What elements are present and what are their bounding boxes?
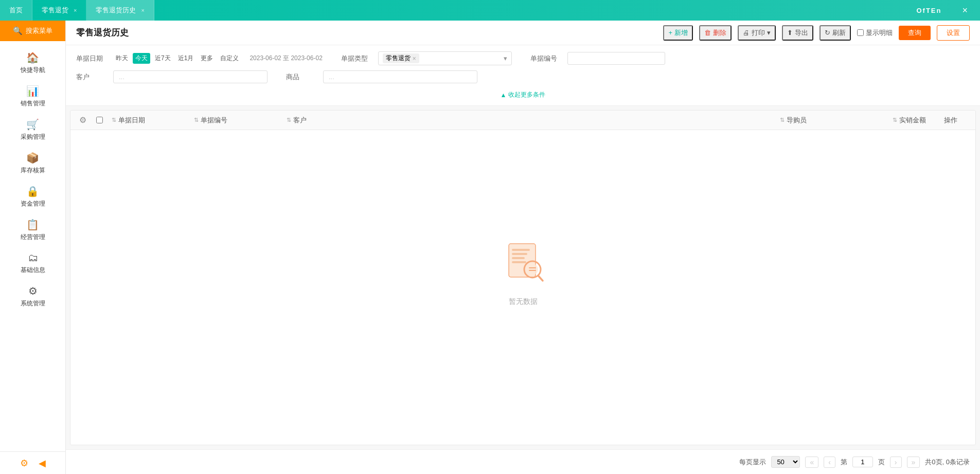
prev-page-button[interactable]: ‹ [824, 457, 835, 468]
print-arrow-icon: ▾ [767, 29, 771, 37]
sidebar-item-operations-label: 经营管理 [21, 233, 45, 242]
show-detail-checkbox[interactable] [857, 29, 864, 36]
tab-home[interactable]: 首页 [0, 0, 32, 21]
quick-nav-icon: 🏠 [26, 51, 39, 64]
settings-bottom-icon[interactable]: ⚙ [20, 458, 28, 469]
number-filter-input[interactable] [567, 52, 665, 65]
tab-home-label: 首页 [9, 6, 23, 15]
sidebar-item-inventory[interactable]: 📦 库存核算 [0, 145, 65, 179]
svg-line-7 [538, 276, 543, 281]
query-button[interactable]: 查询 [899, 26, 931, 40]
th-action-label: 操作 [944, 116, 957, 125]
tab-retail-return[interactable]: 零售退货 × [32, 0, 86, 21]
page-actions: + 新增 🗑 删除 🖨 打印 ▾ ⬆ 导出 ↻ 刷新 [663, 25, 970, 41]
th-amount: ⇅ 实销金额 [858, 116, 930, 125]
sidebar: 🔍 搜索菜单 🏠 快捷导航 📊 销售管理 🛒 采购管理 📦 库存核算 🔒 [0, 21, 66, 474]
table-select-all-checkbox[interactable] [91, 117, 108, 123]
type-filter-tag: 零售退货 × [383, 53, 419, 63]
customer-filter-input[interactable]: ... [113, 70, 268, 83]
sidebar-item-purchase-label: 采购管理 [21, 133, 45, 141]
sidebar-menu: 🏠 快捷导航 📊 销售管理 🛒 采购管理 📦 库存核算 🔒 资金管理 📋 [0, 41, 65, 451]
window-close-button[interactable]: × [958, 5, 972, 16]
show-detail-checkbox-label[interactable]: 显示明细 [857, 28, 893, 38]
sidebar-item-quick-nav[interactable]: 🏠 快捷导航 [0, 45, 65, 79]
filter-row-2: 客户 ... 商品 ... [76, 70, 970, 83]
inventory-icon: 📦 [26, 152, 39, 164]
goods-placeholder: ... [329, 73, 334, 81]
type-select-arrow-icon: ▾ [504, 54, 507, 62]
tab-bar: 首页 零售退货 × 零售退货历史 × [0, 0, 906, 21]
export-button[interactable]: ⬆ 导出 [782, 25, 813, 41]
goods-filter-input[interactable]: ... [323, 70, 477, 83]
sort-guide-icon[interactable]: ⇅ [780, 117, 785, 123]
search-icon: 🔍 [13, 26, 23, 35]
sidebar-item-sales-mgmt[interactable]: 📊 销售管理 [0, 79, 65, 112]
sidebar-item-quick-nav-label: 快捷导航 [21, 66, 45, 75]
date-btn-1month[interactable]: 近1月 [175, 53, 197, 64]
empty-state: 暂无数据 [70, 130, 975, 445]
table-header: ⚙ ⇅ 单据日期 ⇅ 单据编号 ⇅ 客户 ⇅ 导购员 [70, 111, 975, 130]
type-tag-remove[interactable]: × [413, 55, 416, 62]
th-number-label: 单据编号 [201, 116, 227, 125]
page-size-label: 每页显示 [739, 458, 766, 467]
delete-button[interactable]: 🗑 删除 [699, 25, 732, 41]
select-all-input[interactable] [96, 117, 103, 123]
sidebar-item-finance[interactable]: 🔒 资金管理 [0, 179, 65, 212]
sidebar-item-operations[interactable]: 📋 经营管理 [0, 212, 65, 246]
new-button[interactable]: + 新增 [663, 25, 693, 41]
sort-number-icon[interactable]: ⇅ [194, 117, 199, 123]
export-icon: ⬆ [787, 29, 793, 37]
sort-customer-icon[interactable]: ⇅ [287, 117, 291, 123]
type-filter-label: 单据类型 [341, 54, 370, 63]
pagination-area: 每页显示 50 100 200 « ‹ 第 页 › » 共0页, 0条记录 [66, 449, 980, 474]
basic-info-icon: 🗂 [28, 252, 38, 264]
page-header: 零售退货历史 + 新增 🗑 删除 🖨 打印 ▾ ⬆ 导出 [66, 21, 980, 45]
new-icon: + [668, 29, 672, 37]
collapse-sidebar-icon[interactable]: ◀ [39, 458, 46, 469]
tab-retail-return-history[interactable]: 零售退货历史 × [86, 0, 154, 21]
settings-button[interactable]: 设置 [937, 25, 970, 41]
date-btn-custom[interactable]: 自定义 [218, 53, 241, 64]
page-unit: 页 [878, 458, 885, 467]
type-filter-select[interactable]: 零售退货 × ▾ [378, 51, 512, 65]
sidebar-item-system-label: 系统管理 [21, 299, 45, 308]
th-date: ⇅ 单据日期 [108, 116, 190, 125]
top-bar-right: OfTEn × [906, 5, 980, 16]
sidebar-item-purchase-mgmt[interactable]: 🛒 采购管理 [0, 112, 65, 145]
type-tag-value: 零售退货 [386, 54, 411, 63]
print-button[interactable]: 🖨 打印 ▾ [738, 25, 776, 41]
table-area: ⚙ ⇅ 单据日期 ⇅ 单据编号 ⇅ 客户 ⇅ 导购员 [70, 110, 976, 445]
date-btn-7days[interactable]: 近7天 [152, 53, 173, 64]
date-btn-today[interactable]: 今天 [133, 53, 150, 64]
sidebar-search-label: 搜索菜单 [26, 26, 52, 35]
purchase-icon: 🛒 [26, 118, 39, 131]
empty-illustration [497, 238, 549, 289]
next-page-button[interactable]: › [890, 457, 902, 468]
print-label: 打印 [752, 28, 765, 38]
top-bar: 首页 零售退货 × 零售退货历史 × OfTEn × [0, 0, 980, 21]
tab-retail-return-history-close[interactable]: × [141, 7, 144, 13]
page-title: 零售退货历史 [76, 27, 129, 39]
total-info: 共0页, 0条记录 [925, 458, 970, 467]
svg-rect-1 [512, 249, 530, 251]
collapse-button[interactable]: ▲ 收起更多条件 [501, 88, 546, 103]
sidebar-search[interactable]: 🔍 搜索菜单 [0, 21, 65, 41]
sort-date-icon[interactable]: ⇅ [112, 117, 116, 123]
system-icon: ⚙ [28, 285, 38, 297]
th-date-label: 单据日期 [118, 116, 145, 125]
refresh-button[interactable]: ↻ 刷新 [819, 25, 851, 41]
sort-amount-icon[interactable]: ⇅ [893, 117, 897, 123]
first-page-button[interactable]: « [805, 457, 818, 468]
sidebar-item-system-mgmt[interactable]: ⚙ 系统管理 [0, 279, 65, 312]
sidebar-item-sales-label: 销售管理 [21, 99, 45, 108]
sidebar-item-basic-info[interactable]: 🗂 基础信息 [0, 246, 65, 279]
table-settings-icon[interactable]: ⚙ [75, 115, 91, 125]
tab-retail-return-close[interactable]: × [74, 7, 77, 13]
date-btn-more[interactable]: 更多 [198, 53, 216, 64]
sidebar-item-basic-label: 基础信息 [21, 266, 45, 275]
page-number-input[interactable] [852, 457, 873, 467]
last-page-button[interactable]: » [907, 457, 920, 468]
date-btn-yesterday[interactable]: 昨天 [113, 53, 131, 64]
page-size-select[interactable]: 50 100 200 [771, 456, 800, 468]
sidebar-item-finance-label: 资金管理 [21, 199, 45, 208]
